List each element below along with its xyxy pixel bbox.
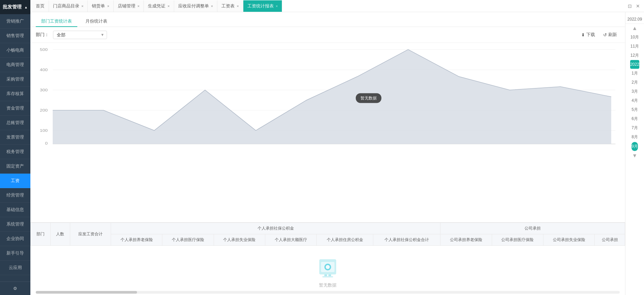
tab-arrearage[interactable]: 应收应付调整单× bbox=[174, 0, 217, 12]
table-subheader: 个人承担失业保险 bbox=[214, 234, 265, 246]
table-subheader: 公司承担医疗保险 bbox=[492, 234, 543, 246]
tab-produce_voucher[interactable]: 生成凭证× bbox=[144, 0, 174, 12]
sidebar-item-xiaochangdian[interactable]: 小畅电商 bbox=[0, 43, 30, 58]
table-wrapper[interactable]: 部门 人数 应发工资合计 个人承担社保公积金 公司承担 个人承担养老保险个人承担… bbox=[30, 222, 625, 290]
sidebar-items: 营销推广销售管理小畅电商电商管理采购管理库存核算资金管理总账管理发票管理税务管理… bbox=[0, 14, 30, 275]
tab-label-payroll_report: 工资统计报表 bbox=[247, 3, 274, 9]
main-area: 首页门店商品目录×销货单×店铺管理×生成凭证×应收应付调整单×工资表×工资统计报… bbox=[30, 0, 644, 295]
sidebar-item-gudingzichan[interactable]: 固定资产 bbox=[0, 159, 30, 174]
sidebar-item-zongzhangguanli[interactable]: 总账管理 bbox=[0, 116, 30, 130]
chart-no-data-tooltip: 暂无数据 bbox=[356, 93, 381, 103]
sidebar-item-xitong[interactable]: 系统管理 bbox=[0, 217, 30, 232]
date-item-4月[interactable]: 4月 bbox=[630, 96, 639, 105]
date-item-7月[interactable]: 7月 bbox=[630, 123, 639, 132]
date-item-10月[interactable]: 10月 bbox=[630, 33, 639, 42]
table-subheader: 个人承担住房公积金 bbox=[317, 234, 373, 246]
empty-text: 暂无数据 bbox=[319, 282, 337, 288]
date-item-2022[interactable]: 2022 bbox=[630, 60, 639, 69]
svg-text:300: 300 bbox=[40, 88, 48, 92]
sidebar-header[interactable]: 批发管理 ▲ bbox=[0, 0, 30, 14]
sidebar-item-zijinguanli[interactable]: 资金管理 bbox=[0, 101, 30, 116]
left-panel: 部门工资统计表月份统计表 部门： 全部 ▼ ⬇ 下载 ↺ bbox=[30, 12, 625, 295]
horizontal-scrollbar[interactable] bbox=[36, 291, 620, 294]
tab-store_mgmt[interactable]: 店铺管理× bbox=[114, 0, 144, 12]
date-item-5月[interactable]: 5月 bbox=[630, 105, 639, 114]
svg-text:200: 200 bbox=[40, 108, 48, 112]
scroll-thumb[interactable] bbox=[36, 291, 137, 294]
tabs-container: 首页门店商品目录×销货单×店铺管理×生成凭证×应收应付调整单×工资表×工资统计报… bbox=[32, 0, 282, 12]
sidebar-arrow-icon: ▲ bbox=[24, 5, 28, 9]
sidebar-item-yunyingyong[interactable]: 云应用 bbox=[0, 261, 30, 275]
tab-label-store_mgmt: 店铺管理 bbox=[118, 3, 135, 9]
tab-close-sales_order[interactable]: × bbox=[107, 4, 109, 8]
refresh-icon: ↺ bbox=[603, 32, 607, 37]
tab-label-sales_order: 销货单 bbox=[92, 3, 105, 9]
sidebar-item-xinshou[interactable]: 新手引导 bbox=[0, 246, 30, 261]
sidebar-item-shuiwuguanli[interactable]: 税务管理 bbox=[0, 145, 30, 159]
date-items-container: 10月11月12月20221月2月3月4月5月6月7月8月9月 bbox=[630, 33, 639, 151]
sidebar: 批发管理 ▲ 营销推广销售管理小畅电商电商管理采购管理库存核算资金管理总账管理发… bbox=[0, 0, 30, 295]
date-nav-up[interactable]: ▲ bbox=[631, 24, 639, 33]
date-item-6月[interactable]: 6月 bbox=[630, 114, 639, 123]
refresh-button[interactable]: ↺ 刷新 bbox=[600, 30, 620, 39]
tab-close-arrearage[interactable]: × bbox=[211, 4, 213, 8]
sidebar-item-gongzi[interactable]: 工资 bbox=[0, 174, 30, 188]
tab-payroll[interactable]: 工资表× bbox=[217, 0, 243, 12]
dept-label: 部门： bbox=[36, 32, 49, 38]
date-item-2月[interactable]: 2月 bbox=[630, 78, 639, 87]
date-item-9月[interactable]: 9月 bbox=[632, 142, 638, 151]
tab-shop_catalog[interactable]: 门店商品目录× bbox=[49, 0, 88, 12]
svg-text:100: 100 bbox=[40, 128, 48, 132]
table-header-total: 应发工资合计 bbox=[70, 223, 111, 246]
tab-home[interactable]: 首页 bbox=[32, 0, 49, 12]
sidebar-item-dianshangguanli[interactable]: 电商管理 bbox=[0, 58, 30, 72]
date-item-1月[interactable]: 1月 bbox=[630, 69, 639, 78]
date-nav-down[interactable]: ▼ bbox=[631, 151, 639, 160]
sidebar-item-jingying[interactable]: 经营管理 bbox=[0, 188, 30, 203]
sub-tab-monthly_stats[interactable]: 月份统计表 bbox=[80, 16, 113, 27]
sidebar-item-yxtuiguang[interactable]: 营销推广 bbox=[0, 14, 30, 29]
empty-state-icon bbox=[314, 256, 341, 279]
data-table: 部门 人数 应发工资合计 个人承担社保公积金 公司承担 个人承担养老保险个人承担… bbox=[30, 223, 625, 246]
restore-icon[interactable]: ⊡ bbox=[626, 3, 633, 9]
sidebar-item-caigouguanli[interactable]: 采购管理 bbox=[0, 72, 30, 87]
sub-tabs: 部门工资统计表月份统计表 bbox=[30, 12, 625, 27]
download-icon: ⬇ bbox=[581, 32, 585, 37]
close-all-icon[interactable]: ✕ bbox=[635, 3, 641, 9]
svg-text:500: 500 bbox=[40, 48, 48, 52]
sidebar-item-xiaoshouguan[interactable]: 销售管理 bbox=[0, 29, 30, 43]
tab-close-shop_catalog[interactable]: × bbox=[81, 4, 83, 8]
tab-label-payroll: 工资表 bbox=[221, 3, 235, 9]
tab-close-store_mgmt[interactable]: × bbox=[137, 4, 139, 8]
date-panel-header: 2022.09 bbox=[625, 15, 644, 24]
tab-sales_order[interactable]: 销货单× bbox=[88, 0, 113, 12]
table-header-dept: 部门 bbox=[31, 223, 51, 246]
tab-close-payroll_report[interactable]: × bbox=[276, 4, 278, 8]
sidebar-item-qiye[interactable]: 企业协同 bbox=[0, 232, 30, 246]
toolbar: 部门： 全部 ▼ ⬇ 下载 ↺ 刷新 bbox=[30, 27, 625, 43]
tab-payroll_report[interactable]: 工资统计报表× bbox=[243, 0, 282, 12]
toolbar-actions: ⬇ 下载 ↺ 刷新 bbox=[579, 30, 620, 39]
dept-select[interactable]: 全部 bbox=[53, 31, 107, 39]
date-item-3月[interactable]: 3月 bbox=[630, 87, 639, 96]
date-item-8月[interactable]: 8月 bbox=[630, 132, 639, 142]
empty-state: 暂无数据 bbox=[30, 246, 625, 290]
sub-tabs-container: 部门工资统计表月份统计表 bbox=[36, 16, 113, 27]
date-item-12月[interactable]: 12月 bbox=[630, 51, 639, 60]
sidebar-footer-settings[interactable]: ⚙ bbox=[0, 282, 30, 295]
tab-label-home: 首页 bbox=[36, 3, 45, 9]
date-item-11月[interactable]: 11月 bbox=[630, 42, 639, 51]
sidebar-item-jichu[interactable]: 基础信息 bbox=[0, 203, 30, 217]
sub-tab-dept_stats[interactable]: 部门工资统计表 bbox=[36, 16, 77, 27]
chart-svg-wrapper: 500 400 300 200 100 0 bbox=[36, 46, 620, 154]
sidebar-item-fapiaoguan[interactable]: 发票管理 bbox=[0, 130, 30, 145]
sidebar-item-kucunhesuan[interactable]: 库存核算 bbox=[0, 87, 30, 101]
table-subheader: 公司承担失业保险 bbox=[543, 234, 594, 246]
download-button[interactable]: ⬇ 下载 bbox=[579, 30, 598, 39]
tab-bar-end: ⊡ ✕ bbox=[626, 3, 643, 9]
sidebar-title: 批发管理 bbox=[3, 4, 22, 10]
tab-bar: 首页门店商品目录×销货单×店铺管理×生成凭证×应收应付调整单×工资表×工资统计报… bbox=[30, 0, 644, 12]
tab-close-produce_voucher[interactable]: × bbox=[167, 4, 169, 8]
tab-close-payroll[interactable]: × bbox=[237, 4, 239, 8]
tab-label-produce_voucher: 生成凭证 bbox=[148, 3, 165, 9]
